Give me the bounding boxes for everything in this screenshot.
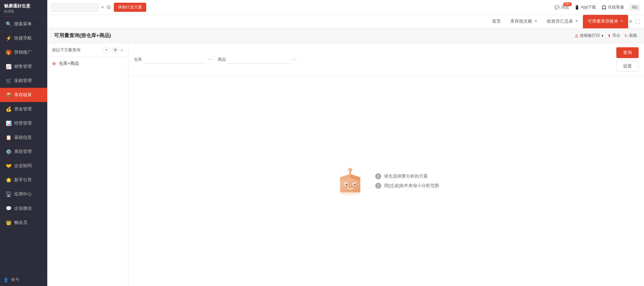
tab-receipt-summary[interactable]: 收发存汇总表✕	[542, 15, 583, 28]
sidebar-item-newbie[interactable]: 🌟 新手引导	[0, 173, 47, 187]
system-icon: ⚙️	[5, 149, 11, 155]
tab-close-receipt-summary[interactable]: ✕	[575, 19, 578, 23]
refresh-btn[interactable]: ↻ 刷新	[624, 33, 637, 38]
export-label: 导出	[612, 33, 620, 38]
sidebar-item-finance[interactable]: 💰 资金管理	[0, 102, 47, 116]
enterprise-icon: 🤝	[5, 163, 11, 169]
sidebar-logo: 畅康通好生意 标准版	[0, 0, 47, 17]
tab-label-batch-accounts: 库存批次账	[510, 18, 532, 24]
warehouse-input[interactable]	[145, 56, 205, 63]
page-header: 可用量查询(按仓库+商品) 🖨 按模板打印 ▾ ⬆ 导出 ↻ 刷新	[47, 28, 644, 43]
close-window-btn[interactable]: ✕	[628, 18, 633, 25]
sidebar-item-wechat[interactable]: 💬 企业微信	[0, 201, 47, 215]
warehouse-filter: 仓库 ···	[134, 56, 212, 63]
sidebar-item-system[interactable]: ⚙️ 系统管理	[0, 145, 47, 159]
sidebar-item-member[interactable]: 👑 畅会员	[0, 215, 47, 230]
chevron-down-icon[interactable]: ▾	[101, 5, 104, 10]
online-service-btn[interactable]: 🎧 在线客服	[601, 4, 624, 10]
quick-nav-icon: ⚡	[5, 35, 11, 41]
refresh-icon: ↻	[624, 33, 628, 38]
warehouse-label: 仓库	[134, 57, 142, 62]
export-icon: ⬆	[608, 33, 611, 38]
tab-home[interactable]: 首页	[487, 15, 506, 28]
sidebar-item-quick-nav[interactable]: ⚡ 快捷导航	[0, 31, 47, 45]
operation-icon: 📊	[5, 120, 11, 126]
sidebar-label-search: 搜索菜单	[14, 21, 32, 27]
product-input[interactable]	[229, 56, 289, 63]
sidebar-label-inventory: 库存核算	[14, 92, 32, 98]
sidebar-item-apps[interactable]: 🖥️ 应用中心	[0, 187, 47, 201]
print-chevron-icon: ▾	[601, 33, 603, 38]
app-subtitle: 标准版	[4, 9, 43, 14]
sidebar-label-operation: 经营管理	[14, 120, 32, 126]
sidebar-label-newbie: 新手引导	[14, 177, 32, 183]
user-avatar[interactable]: Rit	[629, 4, 640, 11]
query-btn[interactable]: 查询	[616, 47, 639, 58]
sidebar-item-sales[interactable]: 📈 销售管理	[0, 59, 47, 74]
product-more-icon[interactable]: ···	[292, 56, 297, 62]
sidebar-label-wechat: 企业微信	[14, 205, 32, 211]
page-header-actions: 🖨 按模板打印 ▾ ⬆ 导出 ↻ 刷新	[574, 33, 637, 38]
app-download-label: App下载	[581, 4, 596, 10]
basic-icon: 📋	[5, 134, 11, 140]
sidebar-item-marketing[interactable]: 🎁 营销推广	[0, 45, 47, 59]
sidebar-item-search[interactable]: 🔍 搜索菜单	[0, 17, 47, 31]
settings-btn[interactable]: 设置	[616, 61, 639, 72]
finance-icon: 💰	[5, 106, 11, 112]
inventory-icon: 📦	[5, 92, 11, 98]
tip-text-2: 用[过滤]条件来缩小分析范围	[384, 183, 439, 189]
product-filter: 商品 ···	[218, 56, 297, 63]
left-panel-action-btns: + ⚙ «	[103, 47, 123, 53]
sidebar-nav: 🔍 搜索菜单 ⚡ 快捷导航 🎁 营销推广 📈 销售管理 🛒 采购管理 📦 库存核…	[0, 17, 47, 273]
tab-close-available-ledger[interactable]: ✕	[620, 19, 623, 23]
svg-point-5	[345, 183, 347, 185]
tab-available-ledger[interactable]: 可用量库存账本✕	[583, 15, 628, 28]
app-title: 畅康通好生意	[4, 3, 43, 9]
tip-num-2: 2	[375, 183, 381, 189]
sidebar-label-purchase: 采购管理	[14, 78, 32, 84]
sidebar-bottom-icon: 👤	[3, 278, 8, 282]
message-btn[interactable]: 💬 消息 99+	[555, 4, 569, 10]
settings-scheme-btn[interactable]: ⚙	[112, 47, 119, 53]
sidebar-label-finance: 资金管理	[14, 106, 32, 112]
left-panel-header: 按以下方案查询 + ⚙ «	[47, 43, 128, 57]
sidebar-item-basic[interactable]: 📋 基础信息	[0, 130, 47, 145]
export-btn[interactable]: ⬆ 导出	[608, 33, 620, 38]
sidebar-label-member: 畅会员	[14, 219, 27, 226]
tip-num-1: 1	[375, 173, 381, 179]
sidebar: 畅康通好生意 标准版 🔍 搜索菜单 ⚡ 快捷导航 🎁 营销推广 📈 销售管理 🛒…	[0, 0, 47, 286]
search-input[interactable]	[51, 3, 99, 11]
sidebar-bottom[interactable]: 👤 账号	[0, 273, 47, 286]
sidebar-label-apps: 应用中心	[14, 191, 32, 197]
sidebar-item-purchase[interactable]: 🛒 采购管理	[0, 74, 47, 88]
message-badge: 99+	[563, 2, 572, 6]
gear-icon[interactable]: ⚙	[106, 4, 111, 10]
sidebar-item-enterprise[interactable]: 🤝 企业协同	[0, 159, 47, 173]
sidebar-label-quick-nav: 快捷导航	[14, 35, 32, 41]
warehouse-more-icon[interactable]: ···	[208, 56, 212, 62]
empty-svg-icon	[333, 164, 367, 198]
app-download-btn[interactable]: 📱 App下载	[574, 4, 596, 10]
tab-close-batch-accounts[interactable]: ✕	[534, 19, 537, 23]
sidebar-label-enterprise: 企业协同	[14, 163, 32, 169]
marketing-icon: 🎁	[5, 49, 11, 55]
apps-icon: 🖥️	[5, 191, 11, 197]
add-scheme-btn[interactable]: +	[103, 47, 110, 53]
topbar-right: 💬 消息 99+ 📱 App下载 🎧 在线客服 Rit	[555, 4, 640, 11]
empty-tip-1: 1 请先选择要分析的方案	[375, 173, 439, 179]
tab-batch-accounts[interactable]: 库存批次账✕	[506, 15, 542, 28]
scheme-icon: ⊕	[52, 61, 56, 66]
topbar: ▾ ⚙ 体验行业方案 💬 消息 99+ 📱 App下载 🎧 在线客服 Rit	[47, 0, 644, 15]
sidebar-label-marketing: 营销推广	[14, 49, 32, 55]
industry-btn[interactable]: 体验行业方案	[114, 3, 146, 12]
scheme-item-warehouse-product[interactable]: ⊕ 仓库+商品	[47, 57, 128, 70]
phone-icon: 📱	[574, 5, 579, 10]
expand-btn[interactable]: ⛶	[635, 19, 640, 24]
page-title: 可用量查询(按仓库+商品)	[54, 32, 111, 39]
collapse-panel-btn[interactable]: «	[121, 47, 123, 53]
sidebar-item-operation[interactable]: 📊 经营管理	[0, 116, 47, 130]
sidebar-item-inventory[interactable]: 📦 库存核算	[0, 88, 47, 102]
print-label: 按模板打印	[580, 33, 600, 38]
scheme-item-label: 仓库+商品	[59, 60, 79, 67]
print-btn[interactable]: 🖨 按模板打印 ▾	[574, 33, 603, 38]
